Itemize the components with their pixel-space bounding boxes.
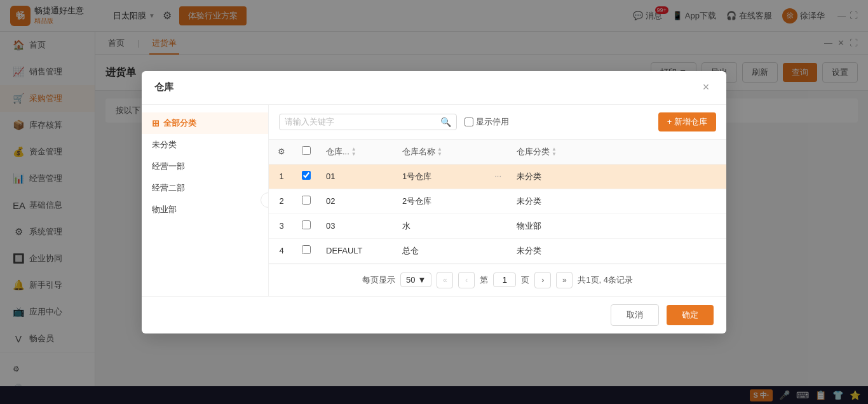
- show-disabled-checkbox[interactable]: [465, 118, 473, 126]
- last-page-button[interactable]: »: [556, 272, 573, 288]
- row-category-1: 未分类: [509, 189, 726, 213]
- row-code-2: 03: [318, 213, 395, 238]
- more-actions-icon[interactable]: ···: [494, 171, 501, 180]
- modal-right: 🔍 显示停用 + 新增仓库: [269, 105, 726, 296]
- prev-page-button[interactable]: ‹: [458, 272, 475, 288]
- page-label: 页: [521, 274, 529, 286]
- tree-label-0: 全部分类: [163, 118, 196, 129]
- per-page-value: 50: [406, 275, 415, 285]
- select-all-checkbox[interactable]: [302, 146, 311, 155]
- per-page-select[interactable]: 50 ▼: [400, 273, 431, 287]
- show-disabled-label: 显示停用: [476, 116, 509, 128]
- page-number-input[interactable]: [493, 273, 516, 287]
- pagination-summary: 共1页, 4条记录: [578, 274, 633, 286]
- sort-down-icon: ▼: [351, 152, 356, 157]
- table-row[interactable]: 2 02 2号仓库 未分类: [269, 189, 726, 213]
- row-category-3: 未分类: [509, 238, 726, 263]
- modal-header: 仓库 ×: [142, 71, 726, 105]
- row-num-2: 3: [269, 213, 294, 238]
- table-row[interactable]: 3 03 水 物业部: [269, 213, 726, 238]
- search-input-wrap: 🔍: [279, 114, 457, 130]
- tree-label-4: 物业部: [152, 204, 177, 215]
- row-num-1: 2: [269, 189, 294, 213]
- tree-label-1: 未分类: [152, 139, 177, 151]
- modal-footer: 取消 确定: [142, 296, 726, 333]
- modal-close-button[interactable]: ×: [698, 80, 714, 95]
- row-category-0: 未分类: [509, 164, 726, 189]
- th-code: 仓库... ▲ ▼: [318, 140, 395, 165]
- row-num-3: 4: [269, 238, 294, 263]
- row-checkbox-2[interactable]: [302, 220, 311, 229]
- sort-arrows-code: ▲ ▼: [351, 147, 356, 157]
- show-disabled-checkbox-wrap: 显示停用: [465, 116, 509, 128]
- per-page-label: 每页显示: [362, 274, 395, 286]
- warehouse-table: ⚙ 仓库... ▲: [269, 140, 726, 264]
- row-category-2: 物业部: [509, 213, 726, 238]
- modal-title: 仓库: [154, 81, 173, 93]
- row-name-2: 水: [395, 213, 509, 238]
- th-name: 仓库名称 ▲ ▼: [395, 140, 509, 165]
- row-code-0: 01: [318, 164, 395, 189]
- tree-label-2: 经营一部: [152, 161, 185, 172]
- tree-panel: ⊞全部分类未分类经营一部经营二部物业部 《: [142, 105, 269, 296]
- row-checkbox-0[interactable]: [302, 171, 311, 180]
- page-word: 第: [480, 274, 488, 286]
- row-name-3: 总仓: [395, 238, 509, 263]
- next-page-button[interactable]: ›: [534, 272, 551, 288]
- sort-arrows-category: ▲ ▼: [552, 147, 557, 157]
- table-row[interactable]: 4 DEFAULT 总仓 未分类: [269, 238, 726, 263]
- confirm-button[interactable]: 确定: [667, 305, 714, 325]
- row-checkbox-cell-3: [294, 238, 318, 263]
- settings-col-icon[interactable]: ⚙: [278, 147, 285, 156]
- row-checkbox-cell-1: [294, 189, 318, 213]
- row-code-1: 02: [318, 189, 395, 213]
- row-code-3: DEFAULT: [318, 238, 395, 263]
- tree-item-1[interactable]: 未分类: [142, 134, 268, 156]
- tree-item-0[interactable]: ⊞全部分类: [142, 112, 268, 134]
- first-page-button[interactable]: «: [437, 272, 453, 288]
- modal-body: ⊞全部分类未分类经营一部经营二部物业部 《 🔍 显示停用 + 新增仓: [142, 105, 726, 296]
- sort-down-name-icon: ▼: [437, 152, 442, 157]
- row-num-0: 1: [269, 164, 294, 189]
- th-settings: ⚙: [269, 140, 294, 165]
- modal-overlay: 仓库 × ⊞全部分类未分类经营一部经营二部物业部 《 🔍: [0, 0, 868, 404]
- tree-item-2[interactable]: 经营一部: [142, 156, 268, 177]
- table-header: ⚙ 仓库... ▲: [269, 140, 726, 165]
- tree-label-3: 经营二部: [152, 182, 185, 194]
- search-icon[interactable]: 🔍: [440, 117, 451, 127]
- row-name-1: 2号仓库: [395, 189, 509, 213]
- per-page-arrow-icon: ▼: [417, 275, 426, 285]
- tree-icon-0: ⊞: [152, 118, 159, 128]
- tree-item-3[interactable]: 经营二部: [142, 177, 268, 199]
- cancel-button[interactable]: 取消: [611, 304, 659, 326]
- row-checkbox-1[interactable]: [302, 196, 311, 205]
- row-checkbox-3[interactable]: [302, 245, 311, 254]
- warehouse-modal: 仓库 × ⊞全部分类未分类经营一部经营二部物业部 《 🔍: [142, 71, 726, 333]
- tree-items: ⊞全部分类未分类经营一部经营二部物业部: [142, 112, 268, 220]
- modal-table-wrap: ⚙ 仓库... ▲: [269, 140, 726, 264]
- modal-toolbar: 🔍 显示停用 + 新增仓库: [269, 105, 726, 140]
- table-row[interactable]: 1 01 1号仓库··· 未分类: [269, 164, 726, 189]
- sort-down-cat-icon: ▼: [552, 152, 557, 157]
- search-input[interactable]: [285, 117, 440, 126]
- th-name-label: 仓库名称: [402, 146, 435, 158]
- row-checkbox-cell-0: [294, 164, 318, 189]
- modal-pagination: 每页显示 50 ▼ « ‹ 第 页 › » 共1页, 4条记录: [269, 264, 726, 296]
- th-category-label: 仓库分类: [517, 146, 550, 158]
- th-checkbox: [294, 140, 318, 165]
- th-code-label: 仓库...: [326, 146, 349, 158]
- tree-item-4[interactable]: 物业部: [142, 199, 268, 220]
- add-warehouse-button[interactable]: + 新增仓库: [658, 112, 716, 131]
- row-checkbox-cell-2: [294, 213, 318, 238]
- row-name-0: 1号仓库···: [395, 164, 509, 189]
- table-body: 1 01 1号仓库··· 未分类 2 02 2号仓库 未分类 3 03 水 物业…: [269, 164, 726, 263]
- th-category: 仓库分类 ▲ ▼: [509, 140, 726, 165]
- modal-toolbar-right: + 新增仓库: [658, 112, 716, 131]
- sort-arrows-name: ▲ ▼: [437, 147, 442, 157]
